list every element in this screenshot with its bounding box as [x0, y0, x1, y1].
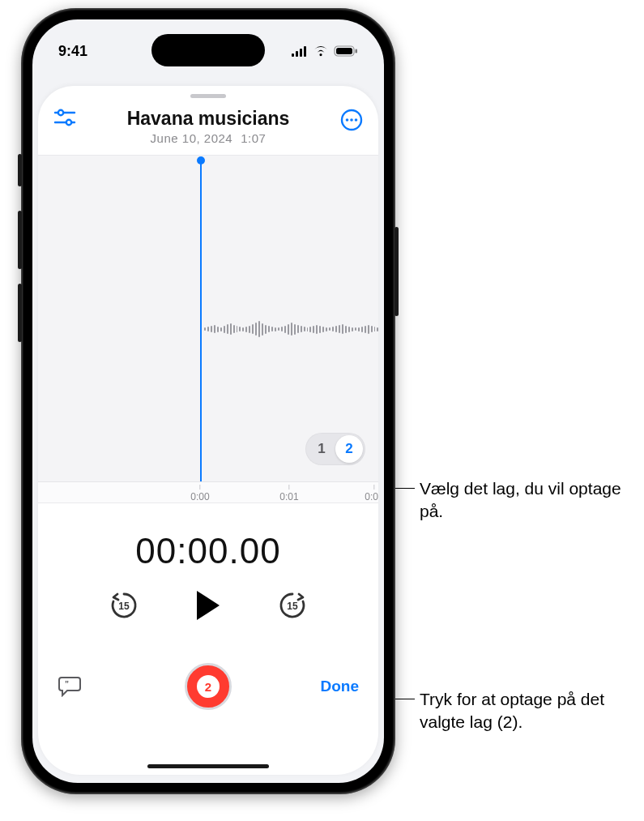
hw-switch — [18, 154, 22, 186]
battery-icon — [334, 45, 358, 57]
time-ruler: 0:00 0:01 0:02 — [38, 481, 378, 502]
skip-forward-15-button[interactable]: 15 — [276, 589, 309, 622]
iphone-device-frame: 9:41 — [21, 8, 395, 794]
svg-text:15: 15 — [118, 601, 130, 612]
timer-display: 00:00.00 — [38, 531, 378, 571]
dynamic-island — [151, 34, 265, 66]
svg-point-10 — [66, 120, 71, 125]
svg-text:15: 15 — [287, 601, 298, 612]
settings-sliders-icon[interactable] — [53, 108, 77, 127]
recording-date: June 10, 2024 — [151, 131, 233, 145]
record-layer-badge: 2 — [197, 675, 220, 698]
svg-point-14 — [355, 118, 358, 122]
svg-point-13 — [350, 118, 353, 122]
svg-point-9 — [58, 110, 63, 115]
svg-point-12 — [346, 118, 349, 122]
callout-layer-text: Vælg det lag, du vil optage på. — [420, 477, 630, 524]
recording-subtitle: June 10, 20241:07 — [88, 131, 328, 145]
cellular-icon — [292, 46, 308, 57]
recording-title[interactable]: Havana musicians — [88, 108, 328, 130]
hw-power — [395, 227, 399, 316]
done-button[interactable]: Done — [321, 678, 360, 695]
ruler-tick: 0:01 — [279, 485, 298, 502]
layer-1-button[interactable]: 1 — [308, 435, 335, 463]
recording-sheet: Havana musicians June 10, 20241:07 — [38, 86, 378, 775]
transcript-button[interactable]: ” — [58, 676, 82, 697]
home-indicator[interactable] — [147, 764, 269, 768]
waveform-area[interactable]: 1 2 0:00 0:01 0:02 — [38, 155, 378, 503]
layer-selector: 1 2 — [305, 433, 365, 465]
screen: 9:41 — [32, 19, 384, 783]
svg-rect-0 — [292, 53, 294, 57]
svg-rect-6 — [356, 49, 358, 53]
layer-2-button[interactable]: 2 — [335, 435, 363, 463]
ruler-tick: 0:02 — [365, 485, 378, 502]
recording-duration: 1:07 — [241, 131, 266, 145]
header: Havana musicians June 10, 20241:07 — [38, 103, 378, 155]
svg-rect-5 — [336, 48, 352, 54]
track2-waveform — [202, 314, 378, 344]
ruler-tick: 0:00 — [190, 485, 209, 502]
bottom-bar: ” 2 Done — [38, 648, 378, 725]
svg-rect-3 — [304, 46, 306, 57]
transport-controls: 15 15 — [38, 586, 378, 625]
callout-record-text: Tryk for at optage på det valgte lag (2)… — [420, 688, 638, 734]
status-time: 9:41 — [58, 43, 87, 60]
status-icons — [292, 45, 358, 57]
svg-rect-2 — [300, 49, 302, 57]
hw-vol-down — [18, 284, 22, 342]
hw-vol-up — [18, 211, 22, 269]
skip-back-15-button[interactable]: 15 — [108, 589, 140, 622]
play-button[interactable] — [189, 586, 228, 625]
wifi-icon — [313, 45, 329, 57]
record-button[interactable]: 2 — [185, 663, 232, 710]
more-icon[interactable] — [339, 108, 364, 132]
svg-text:”: ” — [65, 680, 69, 689]
sheet-grabber[interactable] — [190, 94, 226, 98]
svg-rect-1 — [296, 51, 298, 57]
